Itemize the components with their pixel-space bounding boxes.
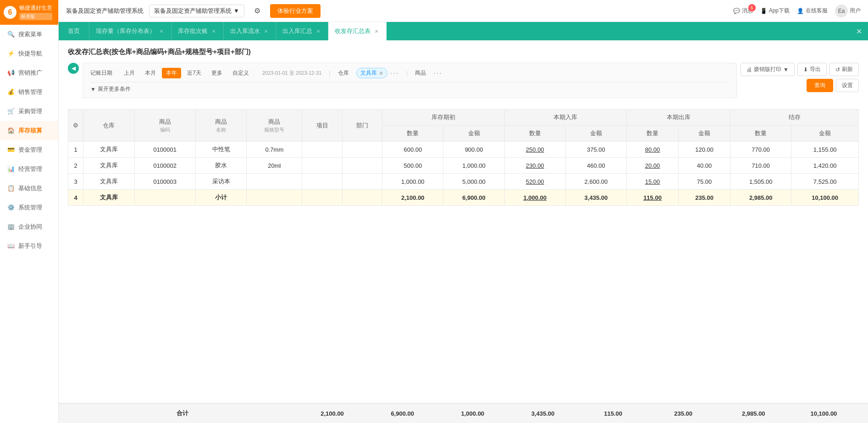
filter-divider-2: | <box>406 70 408 77</box>
cell-balance-amt: 1,155.00 <box>791 142 859 158</box>
cell-num: 3 <box>68 174 83 190</box>
settings-icon[interactable]: ⚙ <box>250 4 265 18</box>
cell-in-qty[interactable]: 230.00 <box>504 158 565 174</box>
cell-out-qty[interactable]: 20.00 <box>627 158 679 174</box>
refresh-button[interactable]: ↺ 刷新 <box>829 63 859 76</box>
service-label: 在线客服 <box>806 7 828 15</box>
trial-button[interactable]: 体验行业方案 <box>270 4 321 18</box>
sidebar-item-sales[interactable]: 💰 销售管理 <box>0 82 58 102</box>
guide-icon: 📖 <box>7 242 15 250</box>
date-range-display: 2023-01-01 至 2023-12-31 <box>262 70 322 77</box>
warehouse-tag: 文具库 ✕ <box>356 68 387 78</box>
cell-project <box>302 174 342 190</box>
goods-filter-more[interactable]: ··· <box>433 69 442 77</box>
footer-in-qty: 1,000.00 <box>437 410 508 417</box>
print-button[interactable]: 🖨 拨销版打印 ▼ <box>741 63 795 76</box>
cell-opening-amt: 5,000.00 <box>443 174 504 190</box>
sidebar-item-basic[interactable]: 📋 基础信息 <box>0 179 58 198</box>
tabbar-close-button[interactable]: ✕ <box>850 22 868 40</box>
th-settings[interactable]: ⚙ <box>68 110 83 142</box>
print-label: 拨销版打印 <box>754 66 781 73</box>
sidebar-item-label: 采购管理 <box>18 107 42 115</box>
date-btn-this-year[interactable]: 本年 <box>162 68 181 78</box>
th-in-group: 本期入库 <box>504 110 626 126</box>
refresh-label: 刷新 <box>842 66 853 73</box>
tab-close-icon[interactable]: ✕ <box>315 28 321 34</box>
cell-opening-qty: 500.00 <box>382 158 443 174</box>
footer-bar: 合计 2,100.00 6,900.00 1,000.00 3,435.00 1… <box>59 403 868 423</box>
cell-in-qty[interactable]: 520.00 <box>504 174 565 190</box>
th-balance-group: 结存 <box>730 110 859 126</box>
sidebar-item-label: 企业协同 <box>18 223 42 231</box>
cell-warehouse: 文具库 <box>83 190 135 206</box>
cell-code: 0100003 <box>134 174 195 190</box>
warehouse-tag-close-icon[interactable]: ✕ <box>379 70 383 77</box>
cell-code: 0100002 <box>134 158 195 174</box>
cell-out-qty[interactable]: 80.00 <box>627 142 679 158</box>
sidebar-item-guide[interactable]: 📖 新手引导 <box>0 236 58 256</box>
cell-balance-qty: 770.00 <box>730 142 791 158</box>
cell-out-qty[interactable]: 15.00 <box>627 174 679 190</box>
system-dropdown[interactable]: 装备及固定资产辅助管理系统 ▼ <box>149 5 244 17</box>
cell-balance-amt: 7,525.00 <box>791 174 859 190</box>
date-btn-last-month[interactable]: 上月 <box>120 68 139 78</box>
sidebar-item-quick[interactable]: ⚡ 快捷导航 <box>0 44 58 63</box>
tab-batch[interactable]: 库存批次账 ✕ <box>171 22 224 40</box>
date-btn-7days[interactable]: 近7天 <box>183 68 205 78</box>
tab-close-icon[interactable]: ✕ <box>210 28 217 34</box>
collapse-arrow[interactable]: ◀ <box>68 63 79 74</box>
cell-code <box>134 190 195 206</box>
app-download-action[interactable]: 📱 App下载 <box>760 7 790 15</box>
date-btn-more[interactable]: 更多 <box>207 68 227 78</box>
tab-close-icon[interactable]: ✕ <box>263 28 269 34</box>
th-opening-qty: 数量 <box>382 126 443 142</box>
sidebar-item-system[interactable]: ⚙️ 系统管理 <box>0 198 58 217</box>
filter-row-1: 记账日期 上月 本月 本年 近7天 更多 自定义 2023-01-01 至 20… <box>90 68 729 78</box>
sidebar-item-label: 资金管理 <box>18 146 42 154</box>
cell-dept <box>342 190 382 206</box>
phone-icon: 📱 <box>760 8 767 14</box>
tab-receive-send[interactable]: 收发存汇总表 ✕ <box>328 22 387 40</box>
cell-out-qty[interactable]: 115.00 <box>627 190 679 206</box>
chevron-down-icon: ▼ <box>90 86 96 93</box>
expand-more-conditions[interactable]: ▼ 展开更多条件 <box>90 82 729 93</box>
footer-balance-amt: 10,100.00 <box>789 410 859 417</box>
system-icon: ⚙️ <box>7 204 15 211</box>
finance-icon: 💳 <box>7 146 15 154</box>
cell-name: 中性笔 <box>195 142 247 158</box>
cell-balance-qty: 710.00 <box>730 158 791 174</box>
tab-home[interactable]: 首页 <box>59 22 89 40</box>
date-btn-this-month[interactable]: 本月 <box>141 68 160 78</box>
sidebar-item-label: 系统管理 <box>18 203 42 212</box>
warehouse-filter-more[interactable]: ··· <box>390 69 399 77</box>
footer-label: 合计 <box>68 409 297 418</box>
table-settings-button[interactable]: 设置 <box>836 79 859 92</box>
message-action[interactable]: 💬 消息 6 <box>733 7 753 15</box>
cell-in-qty[interactable]: 1,000.00 <box>504 190 565 206</box>
sidebar-item-marketing[interactable]: 📢 营销推广 <box>0 63 58 82</box>
th-opening-amt: 金额 <box>443 126 504 142</box>
sidebar-item-inventory[interactable]: 🏠 库存核算 <box>0 121 58 140</box>
export-button[interactable]: ⬇ 导出 <box>797 63 827 76</box>
date-btn-custom[interactable]: 自定义 <box>228 68 253 78</box>
service-action[interactable]: 👤 在线客服 <box>797 7 828 15</box>
cell-in-qty[interactable]: 250.00 <box>504 142 565 158</box>
sidebar-item-operation[interactable]: 📊 经营管理 <box>0 159 58 179</box>
tab-inventory-dist[interactable]: 现存量（库存分布表） ✕ <box>89 22 171 40</box>
user-action[interactable]: Ea 用户 <box>835 5 861 17</box>
tab-close-icon[interactable]: ✕ <box>158 28 165 34</box>
th-opening-group: 库存期初 <box>382 110 504 126</box>
sidebar-item-finance[interactable]: 💳 资金管理 <box>0 140 58 159</box>
sidebar-title: 畅捷通好生意 <box>19 5 52 12</box>
tab-summary[interactable]: 出入库汇总 ✕ <box>276 22 328 40</box>
tab-close-icon[interactable]: ✕ <box>373 28 380 34</box>
tab-flow[interactable]: 出入库流水 ✕ <box>224 22 276 40</box>
cell-in-amt: 2,600.00 <box>565 174 626 190</box>
sidebar-item-purchase[interactable]: 🛒 采购管理 <box>0 102 58 121</box>
cell-balance-amt: 1,420.00 <box>791 158 859 174</box>
sidebar-item-search[interactable]: 🔍 搜索菜单 <box>0 25 58 44</box>
cell-out-amt: 120.00 <box>679 142 730 158</box>
sidebar-item-enterprise[interactable]: 🏢 企业协同 <box>0 217 58 236</box>
query-button[interactable]: 查询 <box>807 79 833 92</box>
refresh-icon: ↺ <box>835 66 840 73</box>
